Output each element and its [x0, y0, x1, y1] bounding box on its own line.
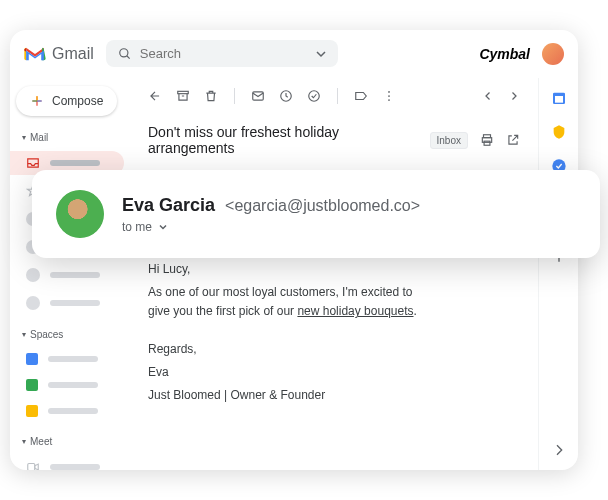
- caret-down-icon: ▾: [22, 133, 26, 142]
- plus-icon: [30, 94, 44, 108]
- sidebar-item-generic-4[interactable]: [10, 291, 124, 315]
- holiday-bouquets-link[interactable]: new holiday bouquets: [297, 304, 413, 318]
- inbox-label-badge[interactable]: Inbox: [430, 132, 468, 149]
- sender-email: <egarcia@justbloomed.co>: [225, 197, 420, 215]
- left-sidebar: Compose ▾ Mail: [10, 78, 130, 470]
- gmail-logo-text: Gmail: [52, 45, 94, 63]
- svg-rect-5: [178, 91, 189, 93]
- space-item-3[interactable]: [10, 400, 124, 422]
- svg-point-0: [120, 48, 128, 56]
- sender-card-popup: Eva Garcia <egarcia@justbloomed.co> to m…: [32, 170, 600, 258]
- print-icon[interactable]: [480, 133, 494, 147]
- label-icon[interactable]: [354, 89, 368, 103]
- svg-rect-16: [555, 96, 563, 103]
- svg-point-8: [309, 91, 320, 102]
- collapse-panel-icon[interactable]: [551, 442, 567, 458]
- email-content-pane: Don't miss our freshest holiday arrangem…: [130, 78, 538, 470]
- gmail-icon: [24, 46, 46, 62]
- caret-down-icon: ▾: [22, 437, 26, 446]
- keep-app-icon[interactable]: [551, 124, 567, 140]
- meet-section-header[interactable]: ▾ Meet: [16, 432, 124, 451]
- svg-point-9: [388, 91, 390, 93]
- email-signature: Regards, Eva Just Bloomed | Owner & Foun…: [148, 340, 520, 406]
- meet-item-1[interactable]: [10, 455, 124, 470]
- spaces-label: Spaces: [30, 329, 63, 340]
- sender-avatar[interactable]: [56, 190, 104, 238]
- prev-icon[interactable]: [482, 90, 494, 102]
- user-avatar[interactable]: [542, 43, 564, 65]
- back-icon[interactable]: [148, 89, 162, 103]
- chevron-down-icon: [158, 222, 168, 232]
- header-bar: Gmail Cymbal: [10, 30, 578, 78]
- svg-point-11: [388, 99, 390, 101]
- archive-icon[interactable]: [176, 89, 190, 103]
- sidebar-item-generic-3[interactable]: [10, 263, 124, 287]
- sender-name: Eva Garcia: [122, 195, 215, 216]
- more-icon[interactable]: [382, 89, 396, 103]
- email-body-text: As one of our most loyal customers, I'm …: [148, 283, 428, 321]
- email-toolbar: [130, 78, 538, 114]
- search-icon: [118, 47, 132, 61]
- inbox-icon: [26, 156, 40, 170]
- mail-label: Mail: [30, 132, 48, 143]
- svg-point-10: [388, 95, 390, 97]
- search-options-icon[interactable]: [316, 49, 326, 59]
- caret-down-icon: ▾: [22, 330, 26, 339]
- mail-section-header[interactable]: ▾ Mail: [16, 128, 124, 147]
- meet-label: Meet: [30, 436, 52, 447]
- open-new-icon[interactable]: [506, 133, 520, 147]
- main-body: Compose ▾ Mail: [10, 78, 578, 470]
- add-task-icon[interactable]: [307, 89, 321, 103]
- video-icon: [26, 460, 40, 470]
- svg-rect-2: [28, 464, 35, 471]
- calendar-app-icon[interactable]: [551, 90, 567, 106]
- space-item-1[interactable]: [10, 348, 124, 370]
- mark-unread-icon[interactable]: [251, 89, 265, 103]
- subject-row: Don't miss our freshest holiday arrangem…: [130, 114, 538, 170]
- delete-icon[interactable]: [204, 89, 218, 103]
- search-input[interactable]: [140, 46, 308, 61]
- workspace-brand: Cymbal: [479, 46, 530, 62]
- right-side-panel: [538, 78, 578, 470]
- next-icon[interactable]: [508, 90, 520, 102]
- snooze-icon[interactable]: [279, 89, 293, 103]
- search-bar[interactable]: [106, 40, 338, 67]
- gmail-logo[interactable]: Gmail: [24, 45, 94, 63]
- email-greeting: Hi Lucy,: [148, 260, 428, 279]
- spaces-section-header[interactable]: ▾ Spaces: [16, 325, 124, 344]
- email-subject: Don't miss our freshest holiday arrangem…: [148, 124, 418, 156]
- compose-label: Compose: [52, 94, 103, 108]
- compose-button[interactable]: Compose: [16, 86, 117, 116]
- svg-line-1: [127, 55, 130, 58]
- space-item-2[interactable]: [10, 374, 124, 396]
- recipient-line[interactable]: to me: [122, 220, 420, 234]
